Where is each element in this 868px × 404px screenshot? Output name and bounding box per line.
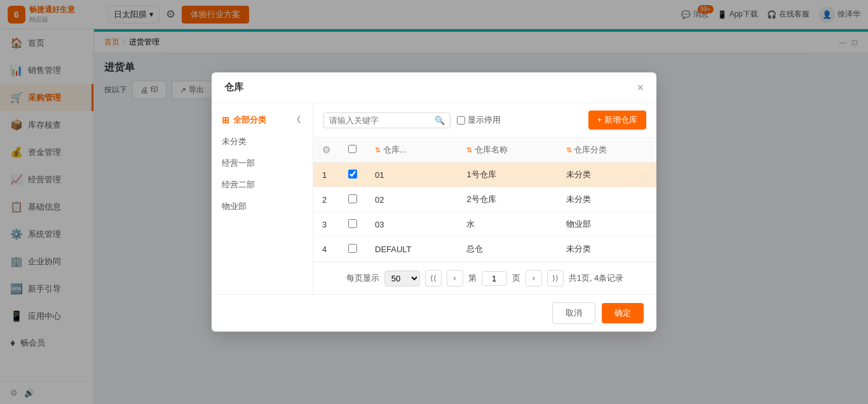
warehouse-table-wrap: ⚙ ⇅ 仓库... ⇅ xyxy=(313,138,656,262)
cell-name: 2号仓库 xyxy=(458,187,557,212)
col-checkbox xyxy=(339,138,366,163)
cell-code: 01 xyxy=(366,163,458,187)
search-input-wrap: 🔍 xyxy=(323,112,451,128)
per-page-label: 每页显示 xyxy=(346,273,379,284)
modal-overlay: 仓库 × ⊞ 全部分类 《 未分类 经营一部 经营二部 物业部 xyxy=(0,0,868,404)
show-disabled-checkbox[interactable]: 显示停用 xyxy=(457,114,501,126)
search-input[interactable] xyxy=(329,116,431,125)
dialog-body: ⊞ 全部分类 《 未分类 经营一部 经营二部 物业部 🔍 xyxy=(212,103,656,294)
dialog-header: 仓库 × xyxy=(212,72,656,103)
cell-category: 未分类 xyxy=(557,237,656,261)
category-item-dept2[interactable]: 经营二部 xyxy=(212,174,313,196)
col-code: ⇅ 仓库... xyxy=(366,138,458,163)
cell-name: 总仓 xyxy=(458,237,557,262)
cell-row-index: 3 xyxy=(313,212,339,237)
cell-category: 未分类 xyxy=(557,187,656,212)
content-panel: 🔍 显示停用 + 新增仓库 ⚙ xyxy=(313,103,656,294)
warehouse-table: ⚙ ⇅ 仓库... ⇅ xyxy=(313,138,656,262)
page-label-pre: 第 xyxy=(468,273,477,284)
grid-icon: ⊞ xyxy=(222,115,229,125)
category-panel: ⊞ 全部分类 《 未分类 经营一部 经营二部 物业部 xyxy=(212,103,313,294)
row-checkbox[interactable] xyxy=(348,194,357,203)
select-all-checkbox[interactable] xyxy=(348,145,356,153)
cell-category: 物业部 xyxy=(557,212,656,236)
cancel-btn[interactable]: 取消 xyxy=(552,302,595,324)
cell-code: 03 xyxy=(366,212,458,237)
cell-checkbox[interactable] xyxy=(339,237,366,262)
next-page-btn[interactable]: › xyxy=(526,270,542,286)
cell-checkbox[interactable] xyxy=(339,163,366,187)
row-checkbox[interactable] xyxy=(348,244,357,253)
page-number-input[interactable] xyxy=(482,271,507,286)
show-disabled-check[interactable] xyxy=(457,116,465,125)
cell-code: DEFAULT xyxy=(366,237,458,262)
cell-name: 水 xyxy=(458,212,557,237)
col-name: ⇅ 仓库名称 xyxy=(458,138,557,163)
sort-icon-code: ⇅ xyxy=(375,146,381,154)
table-row[interactable]: 4 DEFAULT 总仓 未分类 xyxy=(313,237,656,262)
cell-row-index: 2 xyxy=(313,187,339,212)
category-all-label: 全部分类 xyxy=(233,114,266,126)
category-item-property[interactable]: 物业部 xyxy=(212,196,313,217)
last-page-btn[interactable]: ⟩⟩ xyxy=(547,270,564,286)
row-actions[interactable]: ··· xyxy=(637,170,648,180)
category-all[interactable]: ⊞ 全部分类 《 xyxy=(212,109,313,131)
cell-checkbox[interactable] xyxy=(339,187,366,212)
dialog-title: 仓库 xyxy=(224,81,243,93)
prev-page-btn[interactable]: ‹ xyxy=(447,270,463,286)
col-settings-icon[interactable]: ⚙ xyxy=(322,144,330,155)
collapse-btn[interactable]: 《 xyxy=(290,114,302,126)
cell-name: 1号仓库 xyxy=(458,163,557,187)
cell-row-index: 1 xyxy=(313,163,339,187)
first-page-btn[interactable]: ⟨⟨ xyxy=(425,270,442,286)
warehouse-dialog: 仓库 × ⊞ 全部分类 《 未分类 经营一部 经营二部 物业部 xyxy=(212,72,656,332)
cell-checkbox[interactable] xyxy=(339,212,366,237)
col-settings: ⚙ xyxy=(313,138,339,163)
table-row[interactable]: 3 03 水 物业部 xyxy=(313,212,656,237)
cell-row-index: 4 xyxy=(313,237,339,262)
search-icon: 🔍 xyxy=(435,116,445,125)
dialog-footer: 取消 确定 xyxy=(212,294,656,332)
table-body: 1 01 1号仓库 未分类··· 2 02 2号仓库 未分类 3 03 水 物业… xyxy=(313,163,656,262)
category-item-unclassified[interactable]: 未分类 xyxy=(212,131,313,152)
search-bar: 🔍 显示停用 + 新增仓库 xyxy=(313,103,656,138)
per-page-select[interactable]: 50 10 20 100 xyxy=(384,271,420,286)
table-row[interactable]: 2 02 2号仓库 未分类 xyxy=(313,187,656,212)
page-label: 页 xyxy=(512,273,520,284)
cell-code: 02 xyxy=(366,187,458,212)
table-header-row: ⚙ ⇅ 仓库... ⇅ xyxy=(313,138,656,163)
show-disabled-label: 显示停用 xyxy=(468,114,501,126)
add-warehouse-btn[interactable]: + 新增仓库 xyxy=(588,111,646,130)
col-category: ⇅ 仓库分类 xyxy=(557,138,656,163)
confirm-btn[interactable]: 确定 xyxy=(602,303,644,323)
pagination: 每页显示 50 10 20 100 ⟨⟨ ‹ 第 页 › ⟩⟩ 共1页, 4条记… xyxy=(313,262,656,294)
total-label: 共1页, 4条记录 xyxy=(569,273,624,284)
dialog-close-btn[interactable]: × xyxy=(637,82,644,93)
sort-icon-name: ⇅ xyxy=(466,146,472,154)
row-checkbox[interactable] xyxy=(348,170,357,178)
sort-icon-category: ⇅ xyxy=(566,146,572,154)
row-checkbox[interactable] xyxy=(348,219,357,228)
table-row[interactable]: 1 01 1号仓库 未分类··· xyxy=(313,163,656,187)
category-item-dept1[interactable]: 经营一部 xyxy=(212,152,313,174)
cell-category: 未分类··· xyxy=(557,163,656,187)
